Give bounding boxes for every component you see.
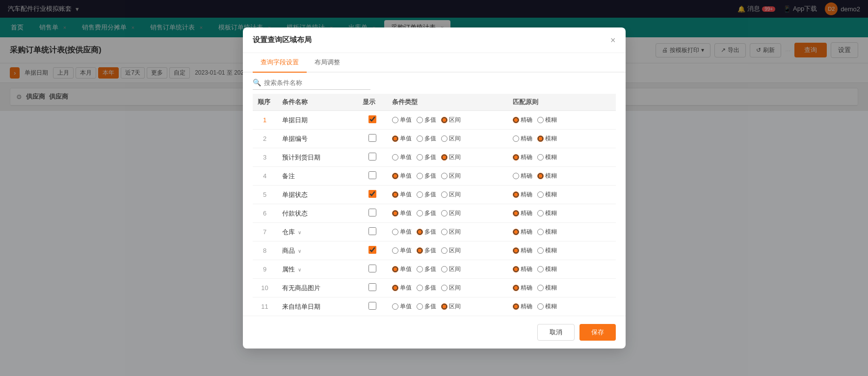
row-name-1: 单据日期 [277,111,358,111]
search-icon: 🔍 [253,79,261,86]
dialog-tabs: 查询字段设置 布局调整 [243,53,626,73]
dialog: 设置查询区域布局 × 查询字段设置 布局调整 🔍 顺序 [243,27,626,111]
dialog-table-wrapper: 顺序 条件名称 显示 条件类型 匹配原则 1单据日期单值多值区间精确模糊2单据编… [243,94,626,111]
dialog-tab-layout[interactable]: 布局调整 [307,53,348,73]
row-show-1[interactable] [358,111,387,111]
row-type-1: 单值多值区间 [387,111,508,111]
row-rule-1: 精确模糊 [508,111,615,111]
row-order-1: 1 [253,111,277,111]
col-header-name: 条件名称 [277,94,358,111]
col-header-show: 显示 [358,94,387,111]
dialog-search-area: 🔍 [243,73,626,94]
search-box: 🔍 [253,79,370,90]
dialog-close-button[interactable]: × [610,36,616,45]
search-input[interactable] [264,79,370,86]
col-header-rule: 匹配原则 [508,94,615,111]
conditions-table: 顺序 条件名称 显示 条件类型 匹配原则 1单据日期单值多值区间精确模糊2单据编… [253,94,616,111]
dialog-tab-query-fields[interactable]: 查询字段设置 [253,53,307,73]
col-header-type: 条件类型 [387,94,508,111]
table-row: 1单据日期单值多值区间精确模糊 [253,111,616,111]
dialog-title: 设置查询区域布局 [253,35,312,45]
modal-overlay: 设置查询区域布局 × 查询字段设置 布局调整 🔍 顺序 [0,0,868,111]
col-header-order: 顺序 [253,94,277,111]
dialog-header: 设置查询区域布局 × [243,27,626,53]
